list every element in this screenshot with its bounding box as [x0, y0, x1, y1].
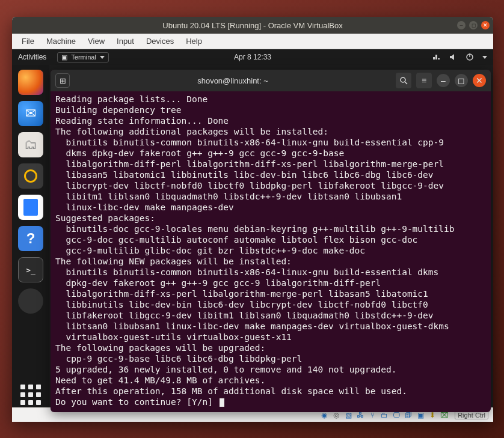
search-button[interactable] — [396, 73, 411, 88]
network-icon[interactable] — [432, 53, 440, 61]
menu-view[interactable]: View — [83, 35, 109, 47]
terminal-title: shovon@linuxhint: ~ — [75, 76, 391, 85]
files-icon[interactable]: 🗂 — [18, 132, 43, 157]
firefox-icon[interactable] — [18, 70, 43, 95]
terminal-close-button[interactable]: ✕ — [473, 74, 486, 87]
vm-title: Ubuntu 20.04 LTS [Running] - Oracle VM V… — [162, 21, 342, 30]
terminal-small-icon: ▣ — [61, 53, 67, 61]
gnome-dock: ✉ 🗂 ? >_ — [12, 65, 49, 407]
activities-button[interactable]: Activities — [18, 53, 46, 61]
chevron-down-icon — [100, 56, 105, 59]
svg-rect-1 — [469, 53, 470, 57]
disk-icon[interactable] — [18, 288, 43, 314]
rhythmbox-icon[interactable] — [18, 163, 43, 189]
maximize-button[interactable]: ◻ — [469, 21, 478, 29]
close-button[interactable]: ✕ — [481, 21, 490, 29]
svg-line-3 — [405, 82, 407, 84]
menu-machine[interactable]: Machine — [41, 35, 81, 47]
volume-icon[interactable] — [449, 53, 457, 61]
show-applications-button[interactable] — [18, 382, 43, 407]
terminal-launcher-icon[interactable]: >_ — [18, 257, 43, 282]
menu-file[interactable]: File — [17, 35, 39, 47]
help-icon[interactable]: ? — [18, 226, 43, 251]
vm-titlebar[interactable]: Ubuntu 20.04 LTS [Running] - Oracle VM V… — [12, 17, 493, 34]
hamburger-menu-button[interactable]: ≡ — [416, 73, 432, 88]
terminal-output[interactable]: Reading package lists... Done Building d… — [51, 91, 491, 412]
terminal-maximize-button[interactable]: ◻ — [455, 74, 468, 87]
new-tab-button[interactable]: ⊞ — [55, 73, 70, 88]
guest-screen: Activities ▣ Terminal Apr 8 12:33 — [12, 49, 493, 407]
system-menu-chevron-icon[interactable] — [482, 56, 487, 59]
vm-menubar: File Machine View Input Devices Help — [12, 34, 493, 49]
terminal-headerbar[interactable]: ⊞ shovon@linuxhint: ~ ≡ – ◻ ✕ — [51, 70, 491, 91]
terminal-window: ⊞ shovon@linuxhint: ~ ≡ – ◻ ✕ Reading pa… — [51, 70, 491, 412]
minimize-button[interactable]: – — [457, 21, 466, 29]
topbar-clock[interactable]: Apr 8 12:33 — [234, 53, 271, 61]
power-icon[interactable] — [466, 53, 474, 61]
writer-icon[interactable] — [18, 195, 43, 220]
thunderbird-icon[interactable]: ✉ — [18, 101, 43, 126]
terminal-minimize-button[interactable]: – — [437, 74, 450, 87]
topbar-app-name: Terminal — [71, 53, 96, 61]
topbar-app-menu[interactable]: ▣ Terminal — [57, 52, 109, 62]
menu-help[interactable]: Help — [181, 35, 207, 47]
menu-devices[interactable]: Devices — [141, 35, 179, 47]
virtualbox-window: Ubuntu 20.04 LTS [Running] - Oracle VM V… — [12, 17, 493, 422]
menu-input[interactable]: Input — [112, 35, 139, 47]
gnome-topbar: Activities ▣ Terminal Apr 8 12:33 — [12, 49, 493, 65]
svg-point-2 — [401, 78, 405, 82]
